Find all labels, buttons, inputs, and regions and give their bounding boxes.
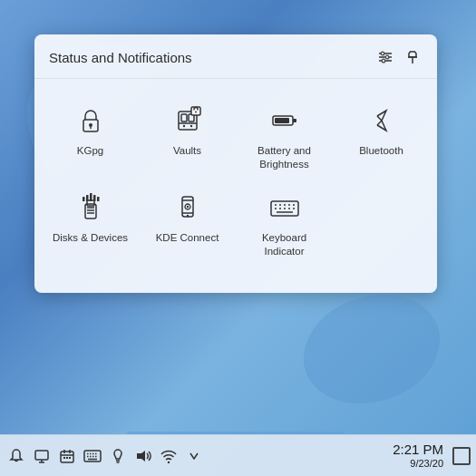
- svg-point-39: [186, 206, 188, 208]
- keyboard-indicator-icon: [267, 189, 303, 226]
- clock[interactable]: 2:21 PM 9/23/20: [393, 442, 443, 469]
- vaults-label: Vaults: [173, 144, 201, 158]
- svg-rect-60: [66, 457, 68, 459]
- svg-rect-12: [181, 114, 187, 121]
- panel-grid: KGpg Vaults: [34, 79, 437, 275]
- svg-point-4: [385, 55, 389, 59]
- svg-point-9: [89, 123, 92, 127]
- svg-marker-74: [137, 451, 145, 461]
- svg-point-3: [381, 52, 384, 55]
- svg-line-22: [377, 116, 382, 121]
- display-icon[interactable]: [31, 445, 53, 467]
- vaults-item[interactable]: Vaults: [139, 93, 236, 180]
- battery-label: Battery and Brightness: [241, 144, 327, 171]
- volume-icon[interactable]: [132, 445, 154, 467]
- panel-title: Status and Notifications: [49, 50, 192, 65]
- svg-point-37: [186, 215, 188, 217]
- taskbar-left: [5, 445, 205, 467]
- svg-rect-59: [63, 457, 65, 459]
- disks-label: Disks & Devices: [53, 231, 128, 245]
- kde-connect-icon: [170, 189, 206, 226]
- svg-point-18: [195, 112, 197, 113]
- disks-icon: [73, 189, 109, 226]
- svg-point-75: [168, 461, 170, 462]
- vaults-icon: [170, 102, 206, 139]
- kgpg-icon: [73, 102, 109, 139]
- status-panel: Status and Notifications: [34, 34, 437, 293]
- notification-icon[interactable]: [5, 445, 27, 467]
- calendar-icon[interactable]: [56, 445, 78, 467]
- svg-rect-20: [293, 119, 296, 122]
- bluetooth-icon: [364, 102, 400, 139]
- disks-item[interactable]: Disks & Devices: [42, 180, 139, 267]
- svg-line-23: [377, 121, 382, 125]
- svg-rect-21: [275, 118, 289, 123]
- dropdown-icon[interactable]: [183, 445, 205, 467]
- bluetooth-item[interactable]: Bluetooth: [333, 93, 430, 180]
- taskbar-right: 2:21 PM 9/23/20: [393, 442, 471, 469]
- panel-header: Status and Notifications: [34, 34, 437, 79]
- svg-point-16: [189, 125, 191, 127]
- keyboard-taskbar-icon[interactable]: [82, 445, 103, 467]
- panel-controls: [375, 47, 423, 67]
- kgpg-item[interactable]: KGpg: [42, 93, 139, 180]
- clock-date: 9/23/20: [410, 458, 443, 469]
- svg-point-5: [382, 59, 385, 63]
- pin-button[interactable]: [403, 47, 423, 67]
- svg-rect-32: [93, 195, 96, 201]
- keyboard-indicator-label: Keyboard Indicator: [241, 231, 327, 258]
- bulb-icon[interactable]: [107, 445, 129, 467]
- svg-rect-29: [83, 197, 85, 201]
- settings-button[interactable]: [375, 47, 395, 67]
- svg-rect-61: [69, 457, 71, 459]
- kde-connect-label: KDE Connect: [156, 231, 219, 245]
- kde-connect-item[interactable]: KDE Connect: [139, 180, 236, 267]
- battery-item[interactable]: Battery and Brightness: [236, 93, 333, 180]
- svg-rect-31: [90, 193, 92, 201]
- wifi-icon[interactable]: [158, 445, 180, 467]
- kgpg-label: KGpg: [77, 144, 103, 158]
- taskbar: 2:21 PM 9/23/20: [0, 434, 476, 476]
- svg-rect-33: [97, 197, 100, 201]
- battery-icon: [267, 102, 303, 139]
- bluetooth-label: Bluetooth: [359, 144, 403, 158]
- show-desktop-button[interactable]: [452, 447, 471, 465]
- svg-rect-30: [86, 195, 89, 201]
- keyboard-item[interactable]: Keyboard Indicator: [236, 180, 333, 267]
- svg-point-15: [182, 125, 184, 127]
- svg-rect-52: [35, 451, 48, 460]
- clock-time: 2:21 PM: [393, 442, 443, 458]
